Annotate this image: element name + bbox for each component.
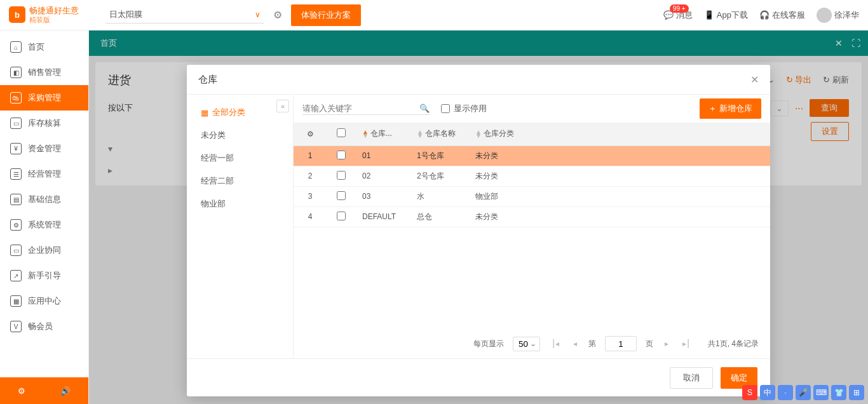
- search-icon[interactable]: 🔍: [419, 104, 430, 113]
- avatar-icon: [817, 8, 832, 23]
- sidebar-item-system[interactable]: ⚙系统管理: [0, 212, 88, 238]
- sidebar-item-inventory[interactable]: ▭库存核算: [0, 111, 88, 136]
- sound-icon[interactable]: 🔊: [60, 386, 71, 396]
- close-icon[interactable]: ✕: [750, 74, 759, 86]
- col-code[interactable]: ▲▼仓库...: [356, 123, 410, 145]
- per-page-label: 每页显示: [473, 339, 504, 349]
- row-index: 3: [294, 186, 327, 206]
- ime-toolbar: S 中 · 🎤 ⌨ 👕 ⊞: [742, 385, 864, 400]
- row-code: DEFAULT: [356, 206, 410, 227]
- row-checkbox[interactable]: [337, 151, 346, 159]
- ime-chip[interactable]: 🎤: [796, 385, 811, 400]
- sidebar-item-operation[interactable]: ☰经营管理: [0, 161, 88, 187]
- row-code: 03: [356, 186, 410, 206]
- cancel-button[interactable]: 取消: [670, 367, 713, 389]
- per-page-select[interactable]: 50: [513, 337, 540, 351]
- sidebar-item-guide[interactable]: ↗新手引导: [0, 263, 88, 288]
- operation-icon: ☰: [10, 168, 22, 180]
- category-item[interactable]: 未分类: [187, 124, 293, 147]
- sidebar-item-basedata[interactable]: ▤基础信息: [0, 187, 88, 212]
- warehouse-table: ⚙ ▲▼仓库... ▲▼仓库名称 ▲▼仓库分类 1011号仓库未分类2022号仓…: [294, 123, 770, 227]
- last-page-icon[interactable]: ▸⎮: [680, 339, 693, 348]
- sidebar-item-purchase[interactable]: 🛍采购管理: [0, 85, 88, 111]
- row-code: 02: [356, 166, 410, 186]
- search-box: 🔍: [302, 102, 430, 115]
- inventory-icon: ▭: [10, 118, 22, 129]
- sidebar: ⌂首页 ◧销售管理 🛍采购管理 ▭库存核算 ¥资金管理 ☰经营管理 ▤基础信息 …: [0, 30, 89, 404]
- prev-page-icon[interactable]: ◂: [571, 339, 580, 348]
- row-category: 未分类: [469, 206, 770, 227]
- ime-chip[interactable]: ·: [778, 385, 793, 400]
- add-warehouse-button[interactable]: ＋新增仓库: [700, 98, 761, 119]
- appcenter-icon: ▦: [10, 295, 22, 307]
- ime-chip[interactable]: S: [742, 385, 757, 400]
- collapse-panel-button[interactable]: «: [276, 100, 289, 112]
- finance-icon: ¥: [10, 143, 22, 154]
- row-checkbox[interactable]: [337, 212, 346, 220]
- row-checkbox[interactable]: [337, 171, 346, 180]
- table-row[interactable]: 4DEFAULT总仓未分类: [294, 206, 770, 227]
- search-input[interactable]: [302, 104, 419, 113]
- sidebar-item-collab[interactable]: ▭企业协同: [0, 238, 88, 263]
- brand-logo: b 畅捷通好生意 精装版: [9, 6, 99, 23]
- show-disabled-checkbox[interactable]: [441, 104, 450, 113]
- gear-icon[interactable]: ⚙: [18, 386, 25, 396]
- show-disabled-toggle[interactable]: 显示停用: [441, 103, 487, 114]
- home-icon: ⌂: [10, 41, 22, 53]
- member-icon: V: [10, 321, 22, 332]
- ime-chip[interactable]: 👕: [831, 385, 846, 400]
- app-download-link[interactable]: 📱 App下载: [704, 10, 748, 21]
- category-item[interactable]: 经营一部: [187, 147, 293, 170]
- modal-title: 仓库: [198, 74, 217, 86]
- row-name: 总仓: [410, 206, 469, 227]
- plus-icon: ＋: [709, 103, 717, 114]
- ime-chip[interactable]: 中: [760, 385, 775, 400]
- grid-icon: ▦: [201, 108, 208, 118]
- sidebar-item-appcenter[interactable]: ▦应用中心: [0, 288, 88, 314]
- chevron-down-icon: ∨: [255, 10, 261, 19]
- sidebar-item-home[interactable]: ⌂首页: [0, 34, 88, 60]
- col-name[interactable]: ▲▼仓库名称: [410, 123, 469, 145]
- row-name: 水: [410, 186, 469, 206]
- table-row[interactable]: 1011号仓库未分类: [294, 145, 770, 166]
- row-category: 物业部: [469, 186, 770, 206]
- sidebar-bottom: ⚙ 🔊: [0, 377, 88, 404]
- table-row[interactable]: 2022号仓库未分类: [294, 166, 770, 186]
- messages-link[interactable]: 💬 消息 99 +: [663, 10, 693, 21]
- ime-chip[interactable]: ⊞: [849, 385, 864, 400]
- collab-icon: ▭: [10, 245, 22, 256]
- gear-icon[interactable]: ⚙: [273, 9, 282, 21]
- sidebar-item-sales[interactable]: ◧销售管理: [0, 60, 88, 85]
- category-all[interactable]: ▦ 全部分类: [187, 101, 276, 124]
- category-item[interactable]: 物业部: [187, 192, 293, 215]
- page-input[interactable]: [605, 336, 637, 351]
- category-panel: « ▦ 全部分类 未分类 经营一部 经营二部 物业部: [187, 95, 294, 358]
- guide-icon: ↗: [10, 270, 22, 281]
- tenant-selector[interactable]: 日太阳膜 ∨: [105, 6, 264, 24]
- table-row[interactable]: 303水物业部: [294, 186, 770, 206]
- main-area: 首页 ✕ ⛶ 进货 打印 ⌄ ↻ 导出 ↻ 刷新 按以下 ⌄ ⋯ 查询: [89, 30, 868, 404]
- tenant-name: 日太阳膜: [109, 9, 142, 20]
- col-category[interactable]: ▲▼仓库分类: [469, 123, 770, 145]
- col-select-all[interactable]: [327, 123, 356, 145]
- first-page-icon[interactable]: ⎮◂: [549, 339, 562, 348]
- pagination: 每页显示 50 ⌄ ⎮◂ ◂ 第 页 ▸ ▸⎮ 共: [294, 329, 770, 358]
- next-page-icon[interactable]: ▸: [662, 339, 671, 348]
- online-service-link[interactable]: 🎧 在线客服: [759, 10, 805, 21]
- category-item[interactable]: 经营二部: [187, 170, 293, 192]
- table-panel: 🔍 显示停用 ＋新增仓库: [294, 95, 770, 358]
- header-right: 💬 消息 99 + 📱 App下载 🎧 在线客服 徐泽华: [663, 8, 859, 23]
- sidebar-item-finance[interactable]: ¥资金管理: [0, 136, 88, 161]
- logo-icon: b: [9, 6, 25, 23]
- user-menu[interactable]: 徐泽华: [817, 8, 859, 23]
- experience-button[interactable]: 体验行业方案: [291, 4, 361, 26]
- row-index: 1: [294, 145, 327, 166]
- sales-icon: ◧: [10, 67, 22, 78]
- col-settings[interactable]: ⚙: [294, 123, 327, 145]
- row-index: 4: [294, 206, 327, 227]
- message-badge: 99 +: [670, 4, 689, 13]
- row-checkbox[interactable]: [337, 191, 346, 200]
- sidebar-item-member[interactable]: V畅会员: [0, 314, 88, 339]
- row-category: 未分类: [469, 145, 770, 166]
- ime-chip[interactable]: ⌨: [813, 385, 829, 400]
